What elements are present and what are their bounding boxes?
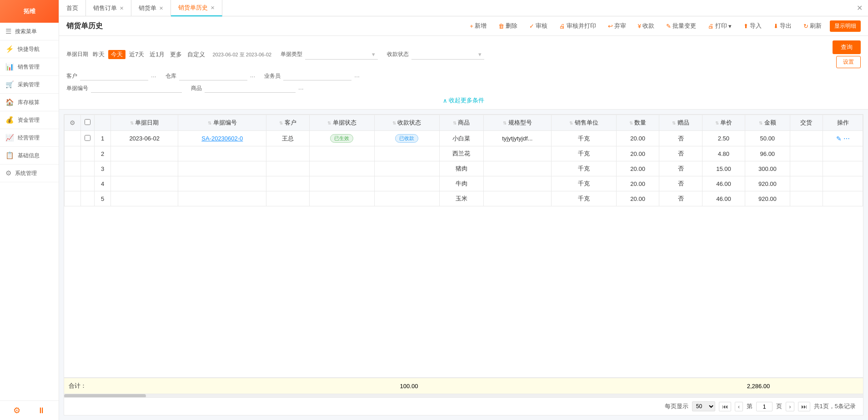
col-quantity[interactable]: ⇅ 数量 (616, 115, 659, 131)
col-goods[interactable]: ⇅ 商品 (439, 115, 483, 131)
row-checkbox-cell[interactable] (81, 131, 95, 146)
import-button[interactable]: ⬆ 导入 (740, 20, 765, 32)
col-setting[interactable]: ⚙ (65, 115, 81, 131)
tab-close-sales-order[interactable]: ✕ (120, 0, 124, 16)
refresh-button[interactable]: ↻ 刷新 (800, 20, 825, 32)
customer-more-icon[interactable]: ··· (151, 73, 156, 80)
row-unit: 千克 (552, 191, 617, 206)
tab-sales-delivery[interactable]: 销货单 ✕ (131, 0, 171, 16)
tab-sales-history[interactable]: 销货单历史 ✕ (171, 0, 222, 16)
pay-status-select[interactable]: ▾ (411, 49, 484, 60)
col-doc-date[interactable]: ⇅ 单据日期 (111, 115, 178, 131)
delete-button[interactable]: 🗑 删除 (495, 20, 521, 32)
sidebar-item-quick-nav[interactable]: ⚡ 快捷导航 (0, 40, 59, 58)
batch-change-button[interactable]: ✎ 批量变更 (662, 20, 700, 32)
collapse-filters-button[interactable]: ∧ 收起更多条件 (66, 96, 861, 105)
collect-button[interactable]: ¥ 收款 (634, 20, 658, 32)
warehouse-input[interactable] (179, 72, 247, 80)
current-page-input[interactable] (756, 402, 773, 411)
sidebar-settings-icon[interactable]: ⚙ (13, 405, 20, 415)
sidebar-item-base-info[interactable]: 📋 基础信息 (0, 147, 59, 165)
customer-input[interactable] (80, 72, 148, 80)
select-all-checkbox[interactable] (85, 119, 90, 125)
doc-no-input[interactable] (91, 84, 182, 93)
per-page-label: 每页显示 (665, 402, 688, 410)
shortcut-custom[interactable]: 自定义 (186, 50, 207, 59)
audit-print-button[interactable]: 🖨 审核并打印 (556, 20, 600, 32)
col-customer[interactable]: ⇅ 客户 (266, 115, 309, 131)
print-button[interactable]: 🖨 打印 ▾ (704, 20, 735, 32)
row-doc-status (309, 176, 374, 191)
col-doc-status[interactable]: ⇅ 单据状态 (309, 115, 374, 131)
row-unit-price: 46.00 (702, 176, 745, 191)
warehouse-more-icon[interactable]: ··· (250, 73, 256, 80)
sidebar-item-purchase-mgmt[interactable]: 🛒 采购管理 (0, 76, 59, 94)
filter-group-staff: 业务员 ··· (264, 72, 360, 80)
row-gift: 否 (659, 161, 702, 176)
col-unit-price[interactable]: ⇅ 单价 (702, 115, 745, 131)
more-action-icon[interactable]: ⋯ (843, 135, 850, 142)
edit-action-icon[interactable]: ✎ (836, 135, 842, 142)
sidebar-item-inventory[interactable]: 🏠 库存核算 (0, 94, 59, 111)
row-gift: 否 (659, 176, 702, 191)
row-checkbox[interactable] (85, 135, 90, 141)
sidebar-collapse-icon[interactable]: ⏸ (37, 406, 45, 415)
horizontal-scrollbar[interactable] (64, 394, 863, 397)
row-checkbox-cell[interactable] (81, 191, 95, 206)
first-page-button[interactable]: ⏮ (719, 402, 731, 411)
shortcut-more[interactable]: 更多 (168, 50, 184, 59)
staff-more-icon[interactable]: ··· (354, 73, 360, 80)
sidebar-item-finance-mgmt[interactable]: 💰 资金管理 (0, 111, 59, 129)
inquiry-button[interactable]: 查询 (833, 40, 861, 54)
abandon-button[interactable]: ↩ 弃审 (604, 20, 630, 32)
row-amount: 96.00 (745, 146, 790, 161)
col-spec[interactable]: ⇅ 规格型号 (483, 115, 552, 131)
col-amount[interactable]: ⇅ 金额 (745, 115, 790, 131)
last-page-button[interactable]: ⏭ (798, 402, 810, 411)
new-button[interactable]: + 新增 (466, 20, 490, 32)
prev-page-button[interactable]: ‹ (735, 402, 743, 411)
show-detail-button[interactable]: 显示明细 (830, 20, 861, 32)
tab-home[interactable]: 首页 (59, 0, 86, 16)
row-amount: 920.00 (745, 191, 790, 206)
row-seq: 1 (95, 131, 111, 146)
staff-input[interactable] (283, 72, 351, 80)
tab-bar-close-button[interactable]: ✕ (851, 4, 868, 12)
settings-button[interactable]: 设置 (836, 56, 861, 68)
col-gift[interactable]: ⇅ 赠品 (659, 115, 702, 131)
delete-icon: 🗑 (498, 23, 504, 30)
sidebar-item-ops-mgmt[interactable]: 📈 经营管理 (0, 129, 59, 147)
sidebar-item-search-menu[interactable]: ☰ 搜索菜单 (0, 23, 59, 40)
tab-close-sales-history[interactable]: ✕ (211, 0, 215, 16)
row-pay-status (374, 161, 439, 176)
sidebar-item-sales-mgmt[interactable]: 📊 销售管理 (0, 58, 59, 76)
next-page-button[interactable]: › (786, 402, 794, 411)
audit-button[interactable]: ✓ 审核 (526, 20, 551, 32)
row-checkbox-cell[interactable] (81, 161, 95, 176)
table-scroll-area[interactable]: ⚙ ⇅ 单据日期 ⇅ 单据编 (64, 115, 863, 377)
filter-row-3: 单据编号 商品 ··· (66, 84, 861, 93)
goods-input[interactable] (205, 84, 296, 93)
shortcut-yesterday[interactable]: 昨天 (91, 50, 106, 59)
row-doc-no (178, 146, 266, 161)
doc-no-link[interactable]: SA-20230602-0 (201, 135, 243, 142)
shortcut-1month[interactable]: 近1月 (148, 50, 166, 59)
per-page-select[interactable]: 50 100 200 (692, 401, 715, 411)
tab-sales-order[interactable]: 销售订单 ✕ (86, 0, 131, 16)
shortcut-7days[interactable]: 近7天 (127, 50, 146, 59)
shortcut-today[interactable]: 今天 (108, 50, 125, 59)
row-doc-no[interactable]: SA-20230602-0 (178, 131, 266, 146)
row-checkbox-cell[interactable] (81, 176, 95, 191)
summary-row: 合计： 100.00 2,286.00 (64, 377, 863, 394)
export-button[interactable]: ⬇ 导出 (770, 20, 795, 32)
col-unit[interactable]: ⇅ 销售单位 (552, 115, 617, 131)
column-settings-icon[interactable]: ⚙ (70, 119, 75, 126)
tab-close-sales-delivery[interactable]: ✕ (159, 0, 163, 16)
col-doc-no[interactable]: ⇅ 单据编号 (178, 115, 266, 131)
doc-type-select[interactable]: ▾ (305, 49, 378, 60)
row-checkbox-cell[interactable] (81, 146, 95, 161)
col-pay-status[interactable]: ⇅ 收款状态 (374, 115, 439, 131)
row-doc-no (178, 161, 266, 176)
goods-more-icon[interactable]: ··· (298, 85, 304, 92)
sidebar-item-sys-mgmt[interactable]: ⚙ 系统管理 (0, 165, 59, 182)
